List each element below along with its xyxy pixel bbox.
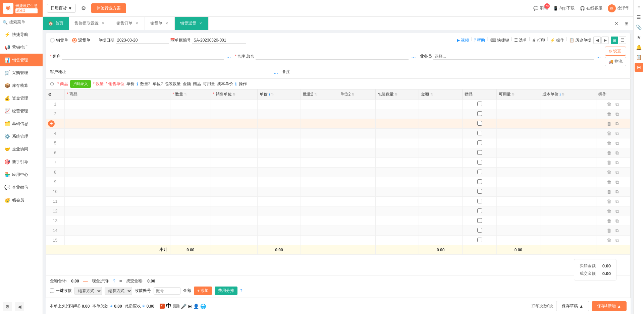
right-panel-btn-3[interactable]: 📎 — [635, 23, 643, 32]
right-panel-btn-1[interactable]: ≡ — [635, 3, 643, 11]
date-input[interactable] — [116, 37, 169, 44]
save-new-btn[interactable]: 保存&新增 ▲ — [592, 301, 627, 311]
product-cell-active[interactable] — [65, 119, 170, 129]
ime-icon-3[interactable]: 🎤 — [181, 304, 186, 309]
customer-service-btn[interactable]: 🎧 在线客服 — [580, 5, 602, 11]
tab-price-settings[interactable]: 售价提取设置 ✕ — [69, 17, 111, 30]
copy-row-btn[interactable]: ⧉ — [614, 101, 621, 108]
calendar-icon[interactable]: 📅 — [170, 38, 175, 43]
ime-btn-s[interactable]: S — [160, 304, 165, 309]
sidebar-item-guide[interactable]: 🎯 新手引导 — [0, 155, 43, 168]
sidebar-settings-btn[interactable]: ⚙ — [3, 302, 12, 311]
account-input[interactable] — [154, 287, 180, 295]
close-sales-order-btn[interactable]: ✕ — [135, 21, 139, 26]
expand-tabs-btn[interactable]: ⊞ — [623, 19, 631, 27]
amount-cell[interactable] — [419, 109, 463, 119]
gift-checkbox-active[interactable] — [477, 121, 482, 126]
copy-row-btn[interactable]: ⧉ — [614, 111, 621, 117]
cost-price-info-icon[interactable]: ℹ — [235, 82, 237, 86]
copy-row-btn[interactable]: ⧉ — [614, 149, 621, 156]
product-cell[interactable] — [65, 109, 170, 119]
table-settings-btn[interactable]: ⚙ — [49, 81, 55, 87]
sidebar-item-purchase[interactable]: 🛒 采购管理 — [0, 66, 43, 79]
tab-sales-order[interactable]: 销售订单 ✕ — [111, 17, 145, 30]
unit2-cell[interactable] — [338, 100, 375, 109]
salesperson-input[interactable] — [433, 53, 594, 60]
user-profile-btn[interactable]: 徐 徐泽华 — [608, 4, 629, 12]
pack-qty-cell-active[interactable] — [375, 119, 419, 129]
note-input[interactable] — [291, 69, 626, 75]
delete-row-btn[interactable]: 🗑 — [606, 111, 612, 117]
sidebar-item-coop[interactable]: 🤝 企业协同 — [0, 143, 43, 155]
ime-icon-1[interactable]: 中 — [166, 303, 171, 310]
delete-row-btn[interactable]: 🗑 — [606, 237, 612, 244]
settlement-select[interactable]: 结算方式 — [74, 287, 102, 295]
right-panel-btn-5[interactable]: 🔔 — [635, 43, 643, 52]
customer-input[interactable] — [62, 53, 224, 60]
quantity2-cell[interactable] — [301, 109, 338, 119]
copy-row-btn[interactable]: ⧉ — [614, 237, 621, 244]
operate-btn[interactable]: ⚡ 操作 — [550, 37, 564, 44]
sidebar-item-wechat[interactable]: 💬 企业微信 — [0, 181, 43, 194]
close-sales-delivery-btn[interactable]: ✕ — [164, 21, 169, 26]
company-dropdown[interactable]: 日用百货 ▼ — [47, 4, 76, 13]
delete-row-btn[interactable]: 🗑 — [606, 208, 612, 214]
shortcut-btn[interactable]: ⌨ 快捷键 — [490, 37, 509, 44]
delete-row-btn[interactable]: 🗑 — [606, 120, 612, 127]
right-panel-btn-7[interactable]: ⊞ — [635, 63, 643, 72]
sidebar-search[interactable]: 🔍 搜索菜单 — [0, 17, 43, 28]
tab-home[interactable]: 🏠 首页 — [43, 17, 69, 30]
scan-input-btn[interactable]: 扫码录入 — [70, 80, 91, 88]
pack-qty-cell[interactable] — [375, 109, 419, 119]
right-panel-btn-6[interactable]: 📋 — [635, 53, 643, 62]
next-record-btn[interactable]: ▶ — [601, 37, 609, 44]
sidebar-item-appstore[interactable]: 🏪 应用中心 — [0, 168, 43, 181]
ime-icon-2[interactable]: ⌨ — [173, 304, 179, 309]
print-btn[interactable]: 🖨 打印 — [532, 37, 545, 44]
save-draft-btn[interactable]: 保存草稿 ▲ — [556, 301, 589, 311]
sidebar-collapse-btn[interactable]: ◀ — [15, 302, 24, 311]
close-price-settings-btn[interactable]: ✕ — [101, 21, 105, 26]
copy-row-btn[interactable]: ⧉ — [614, 159, 621, 166]
settings-btn[interactable]: ⚙ 设置 — [605, 47, 626, 56]
copy-row-btn[interactable]: ⧉ — [614, 169, 621, 176]
address-input[interactable] — [67, 69, 271, 75]
receivable-info-icon[interactable]: ④ — [142, 304, 145, 308]
sidebar-item-operation[interactable]: 📈 经营管理 — [0, 105, 43, 117]
delete-row-btn[interactable]: 🗑 — [606, 227, 612, 234]
delete-row-btn[interactable]: 🗑 — [606, 179, 612, 185]
delete-row-btn[interactable]: 🗑 — [606, 198, 612, 205]
add-payment-btn[interactable]: + 添加 — [194, 287, 212, 295]
copy-row-btn[interactable]: ⧉ — [614, 188, 621, 195]
delete-row-btn[interactable]: 🗑 — [606, 149, 612, 156]
delete-row-btn[interactable]: 🗑 — [606, 169, 612, 176]
ime-icon-4[interactable]: ⊞ — [188, 304, 192, 309]
cost-price-cell[interactable] — [540, 109, 596, 119]
amount-cell-active[interactable] — [419, 119, 463, 129]
address-picker-btn[interactable]: ... — [272, 69, 279, 75]
fee-split-btn[interactable]: 费用分摊 — [215, 287, 237, 295]
add-row-btn[interactable]: + — [48, 120, 55, 127]
due-info-icon[interactable]: ④ — [110, 304, 113, 308]
close-sales-return-btn[interactable]: ✕ — [198, 21, 203, 26]
copy-row-btn[interactable]: ⧉ — [614, 227, 621, 234]
cost-price-cell[interactable] — [540, 100, 596, 109]
delete-row-btn[interactable]: 🗑 — [606, 101, 612, 108]
product-cell[interactable] — [65, 100, 170, 109]
help-link[interactable]: ? 帮助 — [474, 37, 485, 44]
sidebar-item-inventory[interactable]: 📦 库存核算 — [0, 79, 43, 92]
one-click-payment-check[interactable]: 一键收款 — [50, 288, 72, 294]
prev-record-btn[interactable]: ◀ — [593, 37, 601, 44]
app-download-btn[interactable]: 📱 App下载 — [553, 5, 575, 11]
unit-price-cell-active[interactable] — [257, 119, 301, 129]
delete-row-btn[interactable]: 🗑 — [606, 188, 612, 195]
salesperson-picker-btn[interactable]: ... — [595, 53, 602, 59]
sales-unit-cell[interactable] — [211, 100, 257, 109]
gift-checkbox[interactable] — [477, 111, 482, 116]
sidebar-item-shortcut[interactable]: ⚡ 快捷导航 — [0, 28, 43, 41]
pack-qty-cell[interactable] — [375, 100, 419, 109]
th-settings[interactable]: ⚙ — [46, 89, 65, 100]
sidebar-item-member[interactable]: 👑 畅会员 — [0, 194, 43, 206]
grid-view-btn[interactable]: ⊞ — [611, 37, 618, 44]
gift-checkbox[interactable] — [477, 102, 482, 106]
